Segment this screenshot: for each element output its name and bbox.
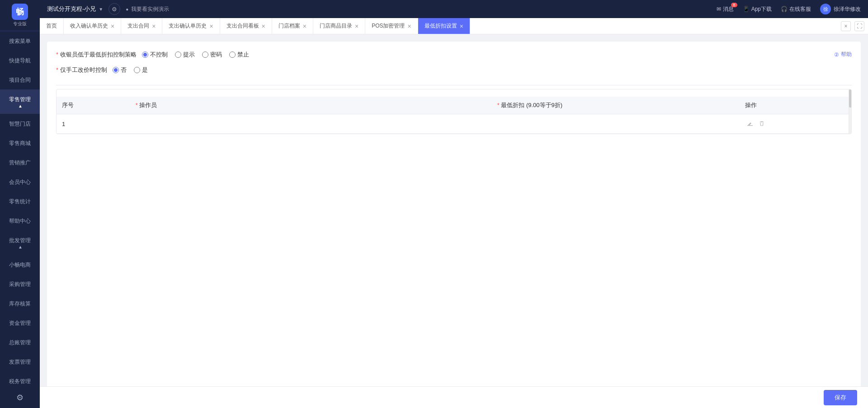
logo-icon: 畅 — [12, 4, 28, 20]
sidebar-item-label-retail-stat: 零售统计 — [9, 198, 31, 206]
discount-policy-radio-group: 不控制提示密码禁止 — [142, 51, 249, 59]
tab-home[interactable]: 首页 — [40, 18, 64, 34]
discount-policy-option-password[interactable]: 密码 — [202, 51, 222, 59]
sidebar-item-shortcut[interactable]: 快捷导航 — [0, 51, 40, 70]
tab-store-goods[interactable]: 门店商品目录× — [313, 18, 365, 34]
page-card: 收银员低于最低折扣控制策略 不控制提示密码禁止 仅手工改价时控制 否是 ② ② … — [47, 42, 861, 401]
sidebar-item-project[interactable]: 项目合同 — [0, 70, 40, 89]
tab-payment-board[interactable]: 支出合同看板× — [220, 18, 272, 34]
sidebar-item-purchase[interactable]: 采购管理 — [0, 274, 40, 294]
arrow-down-icon: ▲ — [18, 103, 23, 108]
sidebar-item-label-project: 项目合同 — [9, 76, 31, 84]
app-download-button[interactable]: 📱 App下载 — [743, 5, 772, 13]
tab-label-store-goods: 门店商品目录 — [320, 22, 352, 30]
app-icon: 📱 — [743, 6, 750, 12]
discount-policy-label-password: 密码 — [210, 51, 222, 59]
manual-control-option-no[interactable]: 否 — [113, 66, 127, 74]
sidebar-item-label-finance: 资金管理 — [9, 319, 31, 327]
messages-badge: 8 — [731, 3, 737, 7]
topbar-demo-link[interactable]: 我要看实例演示 — [126, 5, 169, 13]
sidebar-item-invoice[interactable]: 发票管理 — [0, 352, 40, 371]
tab-close-payment-board[interactable]: × — [262, 23, 265, 29]
cell-seq-0: 1 — [57, 114, 130, 134]
close-tab-button[interactable]: × — [841, 21, 851, 31]
topbar: 测试分开克程-小兄 ▼ ⚙ 我要看实例演示 ✉ 消息 8 📱 App下载 🎧 在… — [40, 0, 868, 18]
th-seq: 序号 — [57, 97, 130, 114]
cell-discount-0 — [492, 114, 740, 134]
sidebar-item-label-inventory: 库存核算 — [9, 300, 31, 308]
sidebar-item-retail[interactable]: 零售管理▲ — [0, 89, 40, 114]
tab-close-payment-confirm[interactable]: × — [209, 23, 213, 29]
tab-label-payment-confirm: 支出确认单历史 — [169, 22, 207, 30]
th-operator: 操作员 — [130, 97, 492, 114]
sidebar-item-marketing[interactable]: 营销推广 — [0, 153, 40, 172]
customer-service-button[interactable]: 🎧 在线客服 — [781, 5, 811, 13]
manual-control-row: 仅手工改价时控制 否是 — [56, 66, 249, 74]
settings-button[interactable]: ⚙ — [0, 387, 40, 408]
tab-payment-confirm[interactable]: 支出确认单历史× — [162, 18, 220, 34]
tab-close-store-goods[interactable]: × — [355, 23, 359, 29]
fullscreen-button[interactable]: ⛶ — [854, 21, 864, 31]
tab-label-pos-password: POS加密管理 — [372, 22, 405, 30]
sidebar-item-label-search: 搜索菜单 — [9, 38, 31, 45]
sidebar-item-retail-mall[interactable]: 零售商城 — [0, 133, 40, 153]
discount-policy-label-remind: 提示 — [183, 51, 195, 59]
sidebar-item-help[interactable]: 帮助中心 — [0, 211, 40, 230]
sidebar-item-search[interactable]: 搜索菜单 — [0, 31, 40, 51]
edit-row-button-0[interactable] — [745, 119, 755, 129]
sidebar-item-batch[interactable]: 批发管理▲ — [0, 230, 40, 255]
tab-close-min-discount[interactable]: × — [460, 23, 463, 29]
sidebar-item-accounting[interactable]: 总账管理 — [0, 333, 40, 352]
sidebar-item-label-member: 会员中心 — [9, 178, 31, 186]
topbar-settings-button[interactable]: ⚙ — [108, 3, 120, 15]
sidebar-item-label-accounting: 总账管理 — [9, 339, 31, 347]
table-area: 序号操作员最低折扣 (9.00等于9折)操作 1 — [56, 89, 852, 134]
sidebar-item-label-tax: 税务管理 — [9, 378, 31, 385]
tab-min-discount[interactable]: 最低折扣设置× — [418, 18, 470, 34]
discount-policy-option-forbid[interactable]: 禁止 — [229, 51, 249, 59]
discount-policy-radio-forbid[interactable] — [229, 52, 236, 58]
user-menu[interactable]: 徐 徐泽华修改 — [820, 4, 861, 14]
sidebar-item-tax[interactable]: 税务管理 — [0, 371, 40, 387]
tab-income-confirm[interactable]: 收入确认单历史× — [64, 18, 121, 34]
sidebar-item-retail-stat[interactable]: 零售统计 — [0, 192, 40, 211]
messages-button[interactable]: ✉ 消息 8 — [717, 5, 734, 13]
discount-policy-radio-remind[interactable] — [175, 52, 181, 58]
tab-close-income-confirm[interactable]: × — [111, 23, 114, 29]
sidebar-item-inventory[interactable]: 库存核算 — [0, 294, 40, 313]
topbar-project[interactable]: 测试分开克程-小兄 ▼ — [47, 5, 103, 13]
cell-operator-0 — [130, 114, 492, 134]
manual-control-radio-yes[interactable] — [134, 67, 140, 73]
tab-label-min-discount: 最低折扣设置 — [425, 22, 457, 30]
delete-row-button-0[interactable] — [757, 119, 767, 129]
sidebar-item-ecommerce[interactable]: 小畅电商 — [0, 255, 40, 274]
tab-label-payment-contract: 支出合同 — [127, 22, 149, 30]
discount-policy-option-remind[interactable]: 提示 — [175, 51, 195, 59]
tab-close-store-archive[interactable]: × — [303, 23, 307, 29]
tab-pos-password[interactable]: POS加密管理× — [365, 18, 418, 34]
sidebar-item-smart-store[interactable]: 智慧门店 — [0, 114, 40, 133]
discount-policy-option-no_control[interactable]: 不控制 — [142, 51, 168, 59]
manual-control-label-yes: 是 — [142, 66, 148, 74]
manual-control-label-no: 否 — [121, 66, 127, 74]
user-name: 徐泽华修改 — [834, 5, 861, 13]
sidebar-item-label-marketing: 营销推广 — [9, 159, 31, 167]
help-link[interactable]: ② ② 帮助 帮助 — [834, 51, 852, 58]
sidebar-item-member[interactable]: 会员中心 — [0, 172, 40, 192]
tab-payment-contract[interactable]: 支出合同× — [121, 18, 162, 34]
sidebar-item-finance[interactable]: 资金管理 — [0, 313, 40, 333]
manual-control-radio-no[interactable] — [113, 67, 119, 73]
discount-policy-label-forbid: 禁止 — [237, 51, 249, 59]
save-button[interactable]: 保存 — [824, 390, 857, 405]
svg-rect-0 — [747, 125, 753, 126]
tab-store-archive[interactable]: 门店档案× — [272, 18, 313, 34]
tabs-bar: 首页收入确认单历史×支出合同×支出确认单历史×支出合同看板×门店档案×门店商品目… — [40, 18, 868, 34]
page-footer: 保存 — [40, 386, 868, 408]
tab-label-store-archive: 门店档案 — [278, 22, 300, 30]
manual-control-option-yes[interactable]: 是 — [134, 66, 148, 74]
tab-close-pos-password[interactable]: × — [407, 23, 411, 29]
discount-policy-radio-password[interactable] — [202, 52, 208, 58]
tab-label-home: 首页 — [46, 22, 57, 30]
discount-policy-radio-no_control[interactable] — [142, 52, 148, 58]
tab-close-payment-contract[interactable]: × — [152, 23, 156, 29]
